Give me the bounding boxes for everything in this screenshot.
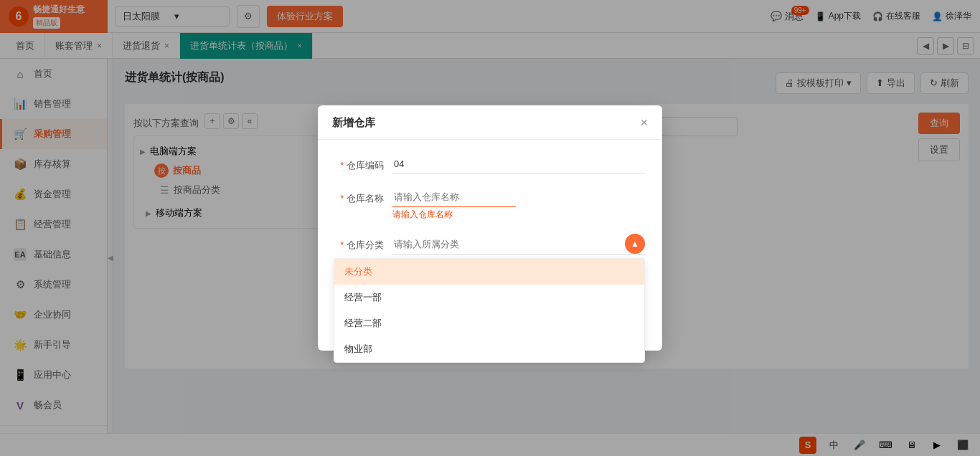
category-dropdown-toggle[interactable]: ▲ — [625, 234, 645, 254]
warehouse-name-label: * 仓库名称 — [335, 187, 392, 205]
warehouse-name-row: * 仓库名称 请输入仓库名称 — [335, 187, 645, 221]
dropdown-item-dept1[interactable]: 经营一部 — [334, 285, 644, 310]
modal-body: * 仓库编码 * 仓库名称 请输入仓库名称 * — [318, 140, 662, 315]
dropdown-item-property[interactable]: 物业部 — [334, 336, 644, 362]
warehouse-code-input[interactable] — [392, 154, 645, 174]
modal-title: 新增仓库 — [332, 116, 375, 130]
warehouse-name-input[interactable] — [392, 187, 516, 207]
category-input-row: ▲ — [392, 234, 645, 255]
warehouse-name-error: 请输入仓库名称 — [392, 209, 645, 221]
warehouse-code-row: * 仓库编码 — [335, 154, 645, 174]
dropdown-item-unclassified[interactable]: 未分类 — [334, 259, 644, 285]
warehouse-code-label: * 仓库编码 — [335, 154, 392, 172]
dropdown-item-dept2[interactable]: 经营二部 — [334, 310, 644, 336]
warehouse-name-field-wrapper: 请输入仓库名称 — [392, 187, 645, 221]
warehouse-category-row: * 仓库分类 ▲ 未分类 经营一部 经营二部 物业部 — [335, 234, 645, 255]
new-warehouse-modal: 新增仓库 × * 仓库编码 * 仓库名称 请输入仓库名称 — [318, 105, 662, 351]
warehouse-category-label: * 仓库分类 — [335, 234, 392, 252]
category-input[interactable] — [392, 234, 625, 254]
modal-header: 新增仓库 × — [318, 105, 662, 140]
modal-close-button[interactable]: × — [640, 115, 648, 130]
category-dropdown-list: 未分类 经营一部 经营二部 物业部 — [334, 258, 645, 363]
modal-overlay[interactable]: 新增仓库 × * 仓库编码 * 仓库名称 请输入仓库名称 — [0, 0, 980, 456]
category-dropdown-wrapper: ▲ 未分类 经营一部 经营二部 物业部 — [392, 234, 645, 255]
